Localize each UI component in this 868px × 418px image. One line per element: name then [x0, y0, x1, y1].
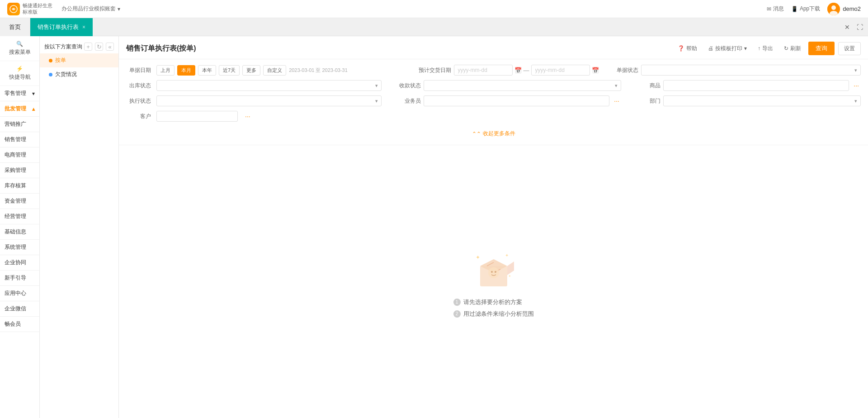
settings-button[interactable]: 设置	[838, 42, 861, 55]
customer-input[interactable]	[156, 111, 238, 122]
date-btn-this-month[interactable]: 本月	[177, 65, 195, 76]
header-right: ✉ 消息 📱 App下载 demo2	[767, 3, 861, 15]
sidebar-item-wholesale[interactable]: 批发管理 ▴	[0, 101, 39, 117]
help-button[interactable]: ❓ 帮助	[674, 43, 701, 54]
filter-row-1: 单据日期 上月 本月 本年 近7天 更多 自定义 2023-03-01 至 20…	[126, 65, 861, 76]
collection-status-wrapper	[424, 80, 621, 91]
sidebar-item-corpwechat[interactable]: 企业微信	[0, 301, 39, 317]
left-panel: 按以下方案查询 + ↻ « 按单 欠货情况	[40, 36, 119, 418]
tab-close-icon[interactable]: ×	[82, 24, 85, 30]
department-select[interactable]	[663, 95, 861, 106]
expected-date-section: 预计交货日期 📅 — 📅	[419, 65, 599, 76]
sidebar-item-member[interactable]: 畅会员	[0, 317, 39, 332]
expected-date-inputs: 📅 — 📅	[454, 65, 599, 76]
sidebar-item-search[interactable]: 🔍 搜索菜单	[0, 36, 39, 61]
sidebar-item-appcenter[interactable]: 应用中心	[0, 286, 39, 301]
svg-text:✦: ✦	[505, 253, 509, 258]
plan-item-by-order[interactable]: 按单	[40, 53, 118, 67]
goods-label: 商品	[636, 82, 660, 90]
sidebar-item-enterprise[interactable]: 企业协同	[0, 255, 39, 271]
tip-num-2: 2	[453, 310, 461, 318]
delivery-status-label: 出库状态	[126, 82, 151, 90]
page-header: 销售订单执行表(按单) ❓ 帮助 🖨 按模板打印 ▾ ↑ 导出	[119, 36, 868, 59]
date-btn-last-month[interactable]: 上月	[156, 65, 175, 76]
help-icon: ❓	[678, 45, 684, 52]
export-button[interactable]: ↑ 导出	[754, 43, 777, 54]
panel-icons: + ↻ «	[84, 43, 114, 51]
salesperson-dots-icon[interactable]: ···	[612, 97, 621, 104]
delivery-status-select[interactable]	[156, 80, 382, 91]
goods-section: 商品 ···	[636, 80, 861, 91]
content-wrapper: 按以下方案查询 + ↻ « 按单 欠货情况 销售订单执行表(按单)	[40, 36, 868, 418]
svg-point-10	[491, 271, 493, 273]
collapse-panel-icon[interactable]: «	[106, 43, 114, 51]
salesperson-input[interactable]	[424, 95, 609, 106]
sidebar-item-retail[interactable]: 零售管理 ▾	[0, 86, 39, 101]
avatar	[827, 3, 840, 15]
sidebar-item-purchase[interactable]: 采购管理	[0, 163, 39, 178]
goods-input[interactable]	[663, 80, 849, 91]
plan-dot-orange	[49, 59, 52, 62]
filter-row-3: 执行状态 业务员 ··· 部门	[126, 95, 861, 106]
delivery-status-wrapper	[156, 80, 382, 91]
sidebar-item-system[interactable]: 系统管理	[0, 240, 39, 255]
app-download-button[interactable]: 📱 App下载	[791, 5, 820, 13]
chevron-up-icon: ▴	[32, 106, 35, 112]
tab-home[interactable]: 首页	[0, 18, 30, 36]
sidebar-item-ecommerce[interactable]: 电商管理	[0, 147, 39, 163]
sidebar-item-newbie[interactable]: 新手引导	[0, 271, 39, 286]
message-icon: ✉	[767, 6, 771, 12]
quicknav-icon: ⚡	[16, 66, 23, 72]
sidebar-item-quicknav[interactable]: ⚡ 快捷导航	[0, 61, 39, 86]
top-header: 畅捷通好生意 标准版 办公用品行业模拟账套 ▾ ✉ 消息 📱 App下载	[0, 0, 868, 18]
exec-status-select[interactable]	[156, 95, 382, 106]
template-print-button[interactable]: 🖨 按模板打印 ▾	[704, 43, 750, 54]
breadcrumb[interactable]: 办公用品行业模拟账套 ▾	[61, 5, 120, 13]
cal-icon-start[interactable]: 📅	[514, 67, 522, 74]
cal-icon-end[interactable]: 📅	[592, 67, 599, 74]
salesperson-label: 业务员	[396, 97, 421, 105]
left-panel-header: 按以下方案查询 + ↻ «	[40, 40, 118, 53]
header-left: 畅捷通好生意 标准版 办公用品行业模拟账套 ▾	[7, 3, 120, 15]
goods-dots-icon[interactable]: ···	[852, 82, 861, 89]
logo-area: 畅捷通好生意 标准版	[7, 3, 52, 15]
sidebar-item-basic[interactable]: 基础信息	[0, 224, 39, 240]
sidebar: 🔍 搜索菜单 ⚡ 快捷导航 零售管理 ▾ 批发管理 ▴ 营销推广 销售管理 电商…	[0, 36, 40, 418]
chevron-icon: ▾	[32, 90, 35, 97]
date-btn-7days[interactable]: 近7天	[219, 65, 240, 76]
doc-status-select[interactable]	[641, 65, 861, 76]
empty-tip-2: 2 用过滤条件来缩小分析范围	[453, 310, 534, 318]
date-btn-this-year[interactable]: 本年	[198, 65, 216, 76]
customer-dots-icon[interactable]: ···	[243, 113, 252, 120]
filter-area: 单据日期 上月 本月 本年 近7天 更多 自定义 2023-03-01 至 20…	[119, 59, 868, 145]
sidebar-item-sales[interactable]: 销售管理	[0, 132, 39, 147]
sidebar-item-marketing[interactable]: 营销推广	[0, 117, 39, 132]
tip-num-1: 1	[453, 299, 461, 306]
expected-date-end[interactable]	[531, 65, 590, 76]
refresh-button[interactable]: ↻ 刷新	[780, 43, 805, 54]
tab-maximize-icon[interactable]: ⛶	[855, 23, 864, 32]
refresh-plan-icon[interactable]: ↻	[95, 43, 103, 51]
filter-row-2: 出库状态 收款状态	[126, 80, 861, 91]
tab-close-window-icon[interactable]: ✕	[843, 23, 852, 32]
customer-label: 客户	[126, 113, 151, 120]
sidebar-item-inventory[interactable]: 库存核算	[0, 178, 39, 194]
date-btn-custom[interactable]: 自定义	[263, 65, 286, 76]
sidebar-item-operations[interactable]: 经营管理	[0, 209, 39, 224]
export-icon: ↑	[758, 45, 760, 52]
add-plan-icon[interactable]: +	[84, 43, 92, 51]
tab-sales-order[interactable]: 销售订单执行表 ×	[30, 18, 93, 36]
date-btn-more[interactable]: 更多	[242, 65, 260, 76]
plan-item-stock-situation[interactable]: 欠货情况	[40, 67, 118, 81]
tab-bar-right: ✕ ⛶	[843, 23, 868, 32]
message-button[interactable]: ✉ 消息	[767, 5, 784, 13]
sidebar-item-finance[interactable]: 资金管理	[0, 194, 39, 209]
expected-date-start[interactable]	[454, 65, 513, 76]
search-icon: 🔍	[16, 41, 23, 47]
user-menu[interactable]: demo2	[827, 3, 861, 15]
svg-point-11	[495, 271, 496, 273]
query-button[interactable]: 查询	[808, 42, 835, 55]
collection-status-select[interactable]	[424, 80, 621, 91]
breadcrumb-arrow-icon: ▾	[118, 6, 120, 12]
collapse-button[interactable]: ⌃⌃ 收起更多条件	[126, 126, 861, 139]
